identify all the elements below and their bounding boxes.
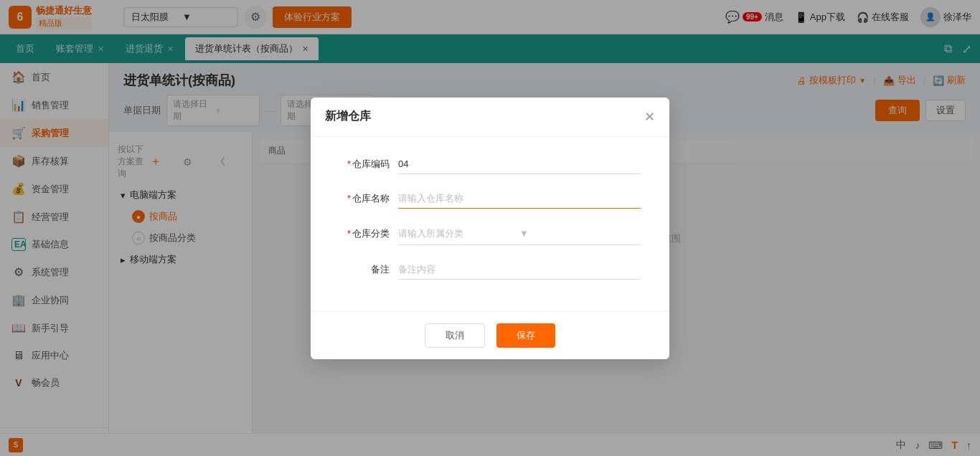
- form-row-category: *仓库分类 请输入所属分类 ▼: [339, 223, 641, 245]
- cancel-button[interactable]: 取消: [425, 323, 485, 348]
- modal-header: 新增仓库 ✕: [311, 98, 669, 137]
- code-label: *仓库编码: [339, 158, 390, 171]
- form-row-code: *仓库编码: [339, 154, 641, 174]
- category-dropdown-icon[interactable]: ▼: [519, 228, 641, 239]
- remark-input[interactable]: [398, 260, 641, 280]
- modal-overlay: 新增仓库 ✕ *仓库编码 *仓库名称 *仓库分类: [0, 0, 980, 456]
- name-input[interactable]: [398, 189, 641, 209]
- modal-close-icon[interactable]: ✕: [644, 109, 655, 125]
- name-label: *仓库名称: [339, 192, 390, 205]
- modal-footer: 取消 保存: [311, 311, 669, 359]
- form-row-name: *仓库名称: [339, 189, 641, 209]
- form-row-remark: 备注: [339, 260, 641, 280]
- category-select[interactable]: 请输入所属分类 ▼: [398, 223, 641, 245]
- code-input[interactable]: [398, 154, 641, 174]
- new-warehouse-modal: 新增仓库 ✕ *仓库编码 *仓库名称 *仓库分类: [311, 98, 669, 359]
- modal-body: *仓库编码 *仓库名称 *仓库分类 请输入所属分类 ▼: [311, 137, 669, 311]
- category-label: *仓库分类: [339, 227, 390, 240]
- remark-label: 备注: [339, 263, 390, 276]
- save-button[interactable]: 保存: [496, 323, 555, 348]
- modal-title: 新增仓库: [325, 109, 371, 124]
